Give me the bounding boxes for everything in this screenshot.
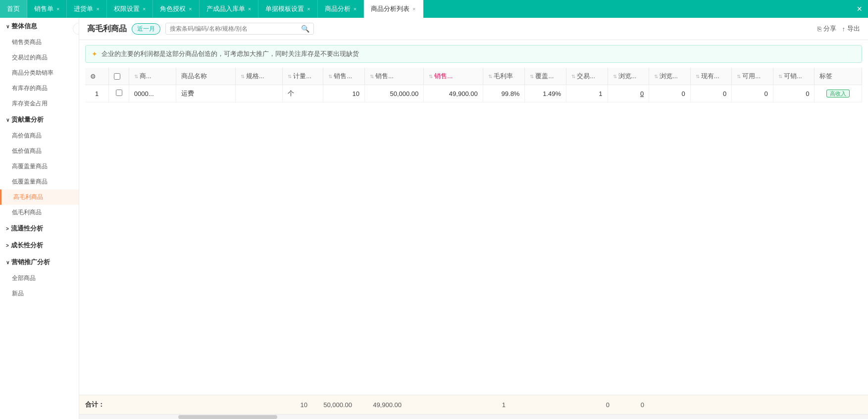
export-button[interactable]: ↑ 导出 — [842, 24, 861, 33]
chevron-icon: > — [6, 226, 9, 232]
col-header-sellable[interactable]: ⇅可销... — [773, 68, 815, 85]
col-header-gross-rate[interactable]: ⇅毛利率 — [483, 68, 525, 85]
sidebar-item-1-0[interactable]: 高价值商品 — [0, 128, 79, 143]
chevron-icon: ∨ — [6, 117, 9, 123]
col-header-check — [109, 68, 129, 85]
cell-name[interactable]: 运费 — [176, 85, 235, 102]
nav-tab-close-5[interactable]: × — [248, 6, 251, 12]
export-icon: ↑ — [842, 25, 846, 33]
cell-coverage: 1.49% — [525, 85, 566, 102]
col-header-sale-profit[interactable]: ⇅销售... — [424, 68, 483, 85]
share-button[interactable]: ⎘ 分享 — [817, 24, 836, 33]
nav-tab-2[interactable]: 进货单 × — [67, 0, 106, 18]
col-header-coverage[interactable]: ⇅覆盖... — [525, 68, 566, 85]
chevron-icon: > — [6, 243, 9, 248]
table-header-row: ⚙ ⇅商... 商品名称 — [85, 68, 862, 85]
row-checkbox-0[interactable] — [116, 90, 122, 96]
cell-gross-rate: 99.8% — [483, 85, 525, 102]
footer-sale-profit: 49,900.00 — [357, 401, 407, 409]
sidebar-item-1-4[interactable]: 高毛利商品 — [0, 189, 79, 205]
select-all-checkbox[interactable] — [114, 73, 120, 80]
sidebar-item-1-1[interactable]: 低价值商品 — [0, 143, 79, 159]
footer-label: 合计： — [85, 400, 104, 409]
nav-tab-8[interactable]: 商品分析列表 × — [364, 0, 423, 18]
top-nav: 首页销售单 ×进货单 ×权限设置 ×角色授权 ×产成品入库单 ×单据模板设置 ×… — [0, 0, 868, 18]
col-header-spec[interactable]: ⇅规格... — [235, 68, 283, 85]
table-row: 10000...运费个1050,000.0049,900.0099.8%1.49… — [85, 85, 862, 102]
nav-tab-6[interactable]: 单据模板设置 × — [258, 0, 317, 18]
info-icon: ✦ — [92, 50, 98, 58]
col-header-trade[interactable]: ⇅交易... — [566, 68, 608, 85]
cell-code[interactable]: 0000... — [129, 85, 176, 102]
sidebar-item-4-1[interactable]: 新品 — [0, 286, 79, 301]
export-label: 导出 — [847, 24, 860, 33]
main-layout: 《 ∨整体信息销售类商品交易过的商品商品分类助销率有库存的商品库存资金占用∨贡献… — [0, 18, 868, 419]
info-banner: ✦ 企业的主要的利润都是这部分商品创造的，可考虑加大推广，同时关注库存是不要出现… — [85, 45, 862, 63]
nav-tab-close-8[interactable]: × — [412, 6, 415, 12]
nav-tab-5[interactable]: 产成品入库单 × — [200, 0, 258, 18]
cell-sale-profit: 49,900.00 — [424, 85, 483, 102]
sidebar-group-label-4: 营销推广分析 — [11, 258, 50, 267]
sidebar-group-1[interactable]: ∨贡献量分析 — [0, 111, 79, 128]
col-header-browse2[interactable]: ⇅浏览... — [649, 68, 691, 85]
nav-tab-7[interactable]: 商品分析 × — [318, 0, 364, 18]
settings-icon[interactable]: ⚙ — [90, 73, 96, 80]
sidebar-group-2[interactable]: >流通性分析 — [0, 220, 79, 237]
sidebar-group-label-1: 贡献量分析 — [11, 115, 44, 124]
data-table: ⚙ ⇅商... 商品名称 — [85, 68, 862, 102]
sidebar-item-0-2[interactable]: 商品分类助销率 — [0, 65, 79, 81]
table-footer: 合计： 10 50,000.00 49,900.00 1 0 0 — [79, 395, 868, 414]
nav-tab-0[interactable]: 首页 — [0, 0, 27, 18]
sidebar-item-0-3[interactable]: 有库存的商品 — [0, 81, 79, 96]
sidebar-group-4[interactable]: ∨营销推广分析 — [0, 254, 79, 271]
info-banner-text: 企业的主要的利润都是这部分商品创造的，可考虑加大推广，同时关注库存是不要出现缺货 — [102, 49, 359, 58]
nav-tab-4[interactable]: 角色授权 × — [153, 0, 199, 18]
nav-tab-1[interactable]: 销售单 × — [27, 0, 67, 18]
close-all-button[interactable]: × — [851, 0, 868, 18]
sidebar-group-label-0: 整体信息 — [11, 22, 37, 31]
nav-tab-close-6[interactable]: × — [307, 6, 310, 12]
sidebar-item-0-0[interactable]: 销售类商品 — [0, 35, 79, 50]
search-box: 🔍 — [165, 23, 314, 35]
col-header-unit[interactable]: ⇅计量... — [283, 68, 323, 85]
sidebar-item-1-5[interactable]: 低毛利商品 — [0, 205, 79, 220]
filter-recent-month-button[interactable]: 近一月 — [132, 23, 160, 35]
cell-browse1[interactable]: 0 — [608, 85, 649, 102]
tag-badge: 高收入 — [826, 90, 850, 97]
col-header-avail[interactable]: ⇅可用... — [732, 68, 773, 85]
col-header-num: ⚙ — [85, 68, 109, 85]
col-header-sale-qty[interactable]: ⇅销售... — [323, 68, 365, 85]
sidebar: 《 ∨整体信息销售类商品交易过的商品商品分类助销率有库存的商品库存资金占用∨贡献… — [0, 18, 79, 419]
sidebar-item-1-3[interactable]: 低覆盖量商品 — [0, 174, 79, 189]
nav-tab-3[interactable]: 权限设置 × — [107, 0, 153, 18]
share-label: 分享 — [823, 24, 836, 33]
sidebar-item-1-2[interactable]: 高覆盖量商品 — [0, 159, 79, 174]
sidebar-item-0-1[interactable]: 交易过的商品 — [0, 50, 79, 65]
nav-tab-close-1[interactable]: × — [56, 6, 59, 12]
col-header-sale-amt[interactable]: ⇅销售... — [364, 68, 423, 85]
footer-avail: 0 — [614, 401, 649, 409]
cell-sale-qty: 10 — [323, 85, 365, 102]
sidebar-group-0[interactable]: ∨整体信息 — [0, 18, 79, 35]
col-header-browse1[interactable]: ⇅浏览... — [608, 68, 649, 85]
horizontal-scrollbar[interactable] — [79, 414, 868, 419]
col-header-tag: 标签 — [815, 68, 862, 85]
nav-tab-close-4[interactable]: × — [189, 6, 192, 12]
cell-avail: 0 — [732, 85, 773, 102]
nav-tab-close-2[interactable]: × — [96, 6, 99, 12]
content-area: 高毛利商品 近一月 🔍 ⎘ 分享 ↑ 导出 ✦ 企业的主要的利润都是这部分商品创… — [79, 18, 868, 419]
search-icon[interactable]: 🔍 — [301, 25, 309, 33]
nav-tab-close-3[interactable]: × — [143, 6, 146, 12]
sidebar-group-3[interactable]: >成长性分析 — [0, 237, 79, 254]
sidebar-item-4-0[interactable]: 全部商品 — [0, 271, 79, 286]
chevron-icon: ∨ — [6, 260, 9, 265]
col-header-stock[interactable]: ⇅现有... — [690, 68, 732, 85]
sidebar-item-0-4[interactable]: 库存资金占用 — [0, 96, 79, 111]
chevron-icon: ∨ — [6, 24, 9, 29]
nav-tab-close-7[interactable]: × — [354, 6, 357, 12]
cell-check[interactable] — [109, 85, 129, 102]
cell-sellable: 0 — [773, 85, 815, 102]
col-header-code[interactable]: ⇅商... — [129, 68, 176, 85]
cell-trade: 1 — [566, 85, 608, 102]
search-input[interactable] — [170, 25, 301, 32]
